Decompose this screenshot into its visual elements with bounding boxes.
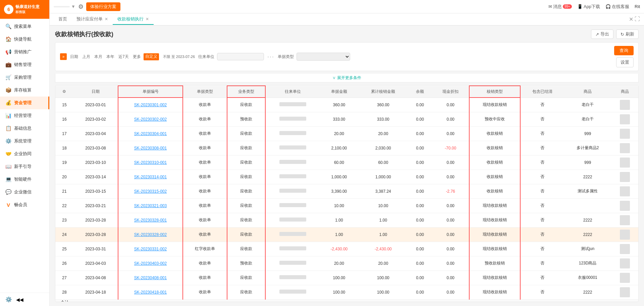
tabs-bar: 首页 预计应应付单 ✕ 收款核销执行 ✕ ✕ ⛶ [50,13,644,25]
sidebar-item-purchase[interactable]: 🛒 采购管理 [0,71,49,84]
tab-home-label: 首页 [58,16,67,22]
order-link[interactable]: SK-20230301-002 [134,103,167,107]
expand-tab-icon[interactable]: ⛶ [635,16,640,22]
cell-voucher-type: 收款单 [183,170,227,184]
sidebar-item-wechat[interactable]: 💬 企业微信 [0,186,49,198]
order-link[interactable]: SK-20230315-002 [134,189,167,194]
cell-verify-type: 预收款核销 [469,256,520,270]
table-row[interactable]: 15 2023-03-01 SK-20230301-002 收款单 应收款 36… [55,98,638,112]
order-link[interactable]: SK-20230328-001 [134,218,167,223]
settings-bottom-icon[interactable]: ⚙️ [5,296,12,303]
sidebar-item-system[interactable]: ⚙️ 系统管理 [0,135,49,147]
cell-included: 否 [520,170,564,184]
table-row[interactable]: 25 2023-03-31 SK-20230331-002 红字收款单 应收款 … [55,242,638,256]
order-link[interactable]: SK-20230408-001 [134,276,167,280]
table-row[interactable]: 28 2023-04-18 SK-20230418-001 收款单 应收款 10… [55,285,638,299]
party-input[interactable] [217,53,264,60]
app-download-entry[interactable]: 📱 App下载 [577,4,600,10]
industry-btn[interactable]: 体验行业方案 [86,2,120,11]
refresh-btn[interactable]: ↻ 刷新 [616,29,639,39]
sidebar-item-search[interactable]: 🔍 搜索菜单 [0,20,49,33]
sales-icon: 💼 [5,62,11,68]
voucher-type-label: 单据类型 [278,54,294,60]
date-label: 日期 [70,54,78,60]
cell-verify-type: 收款核销 [469,126,520,141]
sidebar-item-finance[interactable]: 💰 资金管理 [0,97,49,109]
col-settings[interactable]: ⚙ [55,86,73,98]
cell-order-no: SK-20230302-002 [118,112,183,126]
table-row[interactable]: 18 2023-03-08 SK-20230308-001 收款单 应收款 2,… [55,141,638,155]
order-link[interactable]: SK-20230314-001 [134,175,167,179]
table-row[interactable]: 22 2023-03-21 SK-20230321-003 收款单 应收款 10… [55,198,638,213]
order-link[interactable]: SK-20230331-002 [134,247,167,251]
close-tab-icon[interactable]: ✕ [629,16,633,22]
topbar-settings-icon[interactable]: ⚙ [78,3,84,10]
sidebar-item-sales[interactable]: 💼 销售管理 [0,58,49,71]
table-row[interactable]: 21 2023-03-15 SK-20230315-002 收款单 应收款 3,… [55,184,638,198]
tab-prepay-close[interactable]: ✕ [105,17,108,21]
sidebar-item-guide[interactable]: 📖 新手引导 [0,160,49,173]
tab-home[interactable]: 首页 [54,14,72,25]
table-row[interactable]: 26 2023-04-03 SK-20230403-002 收款单 预收款 20… [55,256,638,270]
cell-order-no: SK-20230328-002 [118,227,183,242]
message-entry[interactable]: ✉ 消息 99+ [548,4,572,10]
sidebar-item-marketing[interactable]: 📢 营销推广 [0,46,49,58]
col-included: 包含已结清 [520,86,564,98]
tab-collection[interactable]: 收款核销执行 ✕ [113,14,154,25]
date-last-month[interactable]: 上月 [81,53,92,60]
operations-icon: 📊 [5,113,11,119]
cell-date: 2023-03-08 [73,141,118,155]
order-link[interactable]: SK-20230321-003 [134,203,167,208]
order-link[interactable]: SK-20230304-001 [134,131,167,136]
table-row[interactable]: 24 2023-03-28 SK-20230328-002 收款单 应收款 1.… [55,227,638,242]
sidebar-item-hardware[interactable]: 💻 智能硬件 [0,173,49,186]
cell-balance: 0.00 [408,170,432,184]
export-btn[interactable]: ↗ 导出 [591,29,613,39]
dropdown-icon[interactable]: ▼ [71,4,75,9]
tab-prepay[interactable]: 预计应应付单 ✕ [72,14,113,25]
order-link[interactable]: SK-20230403-002 [134,261,167,266]
date-more[interactable]: 更多 [131,53,142,60]
order-link[interactable]: SK-20230308-001 [134,146,167,150]
online-service-entry[interactable]: 🎧 在线客服 [605,4,629,10]
table-row[interactable]: 23 2023-03-28 SK-20230328-001 收款单 应收款 1.… [55,213,638,227]
more-conditions-btn[interactable]: ··· [267,53,274,60]
order-link[interactable]: SK-20230418-001 [134,290,167,295]
order-link[interactable]: SK-20230328-002 [134,232,167,237]
cell-date: 2023-03-28 [73,227,118,242]
cell-num: 19 [55,155,73,170]
sidebar-item-quicknav[interactable]: 🏠 快捷导航 [0,33,49,46]
filter-bar: » 日期 上月 本月 本年 近7天 更多 自定义 不限 至 2023-07-26… [55,42,639,71]
cell-num: 17 [55,126,73,141]
sidebar-item-inventory[interactable]: 📦 库存核算 [0,84,49,97]
date-7-days[interactable]: 近7天 [117,53,130,60]
date-this-month[interactable]: 本月 [93,53,104,60]
expand-more-row[interactable]: ∨ 展开更多条件 [55,74,639,82]
filter-toggle-btn[interactable]: » [60,53,67,60]
table-row[interactable]: 19 2023-03-10 SK-20230310-001 收款单 应收款 60… [55,155,638,170]
table-row[interactable]: 16 2023-03-02 SK-20230302-002 收款单 预收款 33… [55,112,638,126]
sidebar-item-collab[interactable]: 🤝 企业协同 [0,147,49,160]
date-custom-badge[interactable]: 自定义 [144,53,159,60]
order-link[interactable]: SK-20230302-002 [134,117,167,122]
sidebar-item-member[interactable]: V 畅会员 [0,198,49,211]
tab-collection-close[interactable]: ✕ [146,17,149,21]
voucher-type-select[interactable] [297,53,350,61]
collapse-icon[interactable]: ◀◀ [16,297,23,302]
query-btn[interactable]: 查询 [614,46,634,55]
expand-label: 展开更多条件 [337,75,361,80]
cell-balance: 0.00 [408,270,432,285]
col-biz-type: 业务类型 [227,86,265,98]
sidebar-item-label: 企业微信 [14,189,32,195]
sidebar-item-operations[interactable]: 📊 经营管理 [0,109,49,122]
filter-settings-btn[interactable]: 设置 [616,57,634,67]
table-row[interactable]: 20 2023-03-14 SK-20230314-001 收款单 应收款 1,… [55,170,638,184]
order-link[interactable]: SK-20230310-001 [134,160,167,165]
cell-order-no: SK-20230310-001 [118,155,183,170]
table-row[interactable]: 17 2023-03-04 SK-20230304-001 收款单 应收款 20… [55,126,638,141]
cell-date: 2023-03-04 [73,126,118,141]
date-this-year[interactable]: 本年 [105,53,116,60]
table-row[interactable]: 27 2023-04-08 SK-20230408-001 收款单 应收款 10… [55,270,638,285]
sidebar-item-basics[interactable]: 📋 基础信息 [0,122,49,135]
cell-verify-type: 收款核销 [469,155,520,170]
